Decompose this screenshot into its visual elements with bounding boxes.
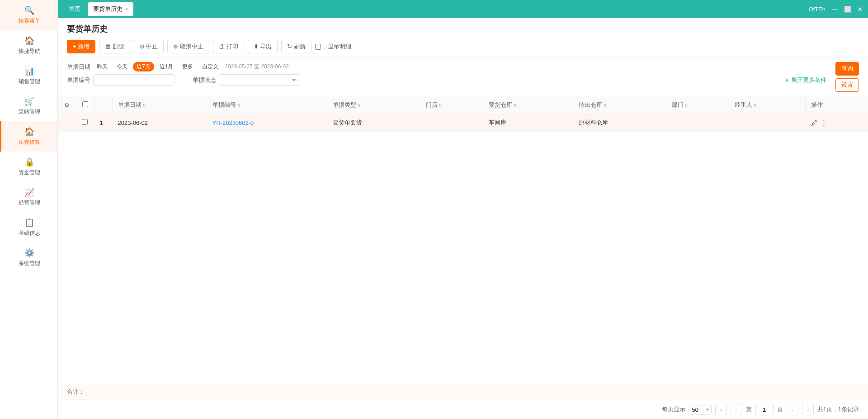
close-btn[interactable]: ✕ — [858, 6, 863, 13]
table-area: ⚙ 单据日期⇅ 单据编号⇅ 单据类型⇅ 门店⇅ 要货仓库⇅ 待出仓库⇅ 部门⇅ … — [58, 96, 868, 384]
basic-icon: 📋 — [24, 218, 34, 228]
sidebar-item-label: 库存核算 — [19, 138, 40, 146]
td-settings — [58, 114, 76, 132]
expand-more-btn[interactable]: ∨ 展开更多条件 — [785, 76, 826, 84]
toolbar: + 新增 🗑 删除 ⊘ 中止 ⊗ 取消中止 🖨 打印 ⬆ 导出 ↻ 刷新 □ 显… — [67, 40, 859, 57]
doc-no-label: 单据编号 — [67, 76, 90, 84]
date-btn-custom[interactable]: 自定义 — [198, 62, 222, 71]
filter-left: 单据日期 昨天 今天 近7天 近1月 更多 自定义 2023-05-27 至 2… — [67, 62, 826, 86]
th-req-warehouse: 要货仓库⇅ — [483, 96, 573, 114]
stop-button[interactable]: ⊘ 中止 — [134, 40, 164, 53]
edit-icon[interactable]: 🖊 — [811, 119, 818, 127]
page-input[interactable] — [755, 404, 774, 415]
finance-icon: 🔒 — [24, 157, 34, 167]
sidebar-item-sales[interactable]: 📊 销售管理 — [0, 61, 57, 91]
sidebar-item-system[interactable]: ⚙️ 系统管理 — [0, 243, 57, 273]
table-header-row: ⚙ 单据日期⇅ 单据编号⇅ 单据类型⇅ 门店⇅ 要货仓库⇅ 待出仓库⇅ 部门⇅ … — [58, 96, 868, 114]
last-page-btn[interactable]: » — [802, 404, 814, 415]
sidebar-item-search[interactable]: 🔍 搜索菜单 — [0, 0, 57, 30]
select-all-checkbox[interactable] — [82, 101, 88, 107]
prev-page-btn[interactable]: ‹ — [731, 404, 742, 415]
td-num: 1 — [94, 114, 112, 132]
filter-area: 单据日期 昨天 今天 近7天 近1月 更多 自定义 2023-05-27 至 2… — [58, 57, 868, 96]
show-detail-toggle[interactable]: □ 显示明细 — [315, 43, 351, 51]
sidebar-item-finance[interactable]: 🔒 资金管理 — [0, 152, 57, 182]
date-btn-yesterday[interactable]: 昨天 — [93, 62, 111, 71]
tab-history-label: 要货单历史 — [93, 5, 123, 13]
cancel-stop-button[interactable]: ⊗ 取消中止 — [167, 40, 209, 53]
sidebar-item-purchase[interactable]: 🛒 采购管理 — [0, 91, 57, 121]
sidebar-item-operation[interactable]: 📈 经营管理 — [0, 182, 57, 212]
settings-button[interactable]: 设置 — [835, 78, 859, 92]
status-select[interactable] — [219, 74, 300, 86]
th-shop: 门店⇅ — [420, 96, 483, 114]
show-detail-checkbox[interactable] — [315, 44, 321, 50]
inventory-icon: 🏠 — [24, 127, 34, 137]
th-doc-type: 单据类型⇅ — [327, 96, 420, 114]
tab-home[interactable]: 首页 — [63, 2, 86, 16]
td-doc-type: 要货单要货 — [327, 114, 420, 132]
th-date: 单据日期⇅ — [112, 96, 207, 114]
system-icon: ⚙️ — [24, 248, 34, 258]
per-page-label: 每页显示 — [662, 405, 685, 414]
page-header: 要货单历史 + 新增 🗑 删除 ⊘ 中止 ⊗ 取消中止 🖨 打印 ⬆ 导出 ↻ … — [58, 18, 868, 57]
table-body: 1 2023-06-02 YH-20230602-0 要货单要货 车间库 原材料… — [58, 114, 868, 132]
tab-home-label: 首页 — [69, 5, 80, 13]
pagination-bar: 每页显示 50 100 200 « ‹ 第 页 › » 共1页，1条记录 — [58, 400, 868, 419]
purchase-icon: 🛒 — [24, 96, 34, 106]
sidebar-item-label: 搜索菜单 — [19, 17, 40, 25]
refresh-button[interactable]: ↻ 刷新 — [281, 40, 311, 53]
sidebar-item-label: 资金管理 — [19, 169, 40, 176]
query-buttons: 查询 设置 — [835, 62, 859, 92]
per-page-select[interactable]: 50 100 200 — [689, 405, 712, 414]
sidebar-item-inventory[interactable]: 🏠 库存核算 — [0, 121, 57, 152]
page-suffix-label: 页 — [777, 405, 783, 414]
operation-icon: 📈 — [24, 187, 34, 197]
minimize-btn[interactable]: — — [832, 6, 838, 13]
export-button[interactable]: ⬆ 导出 — [248, 40, 278, 53]
td-department — [666, 114, 729, 132]
query-button[interactable]: 查询 — [835, 62, 859, 76]
date-filter-group: 单据日期 昨天 今天 近7天 近1月 更多 自定义 2023-05-27 至 2… — [67, 62, 826, 71]
th-settings[interactable]: ⚙ — [58, 96, 76, 114]
page-title: 要货单历史 — [67, 24, 859, 34]
data-table: ⚙ 单据日期⇅ 单据编号⇅ 单据类型⇅ 门店⇅ 要货仓库⇅ 待出仓库⇅ 部门⇅ … — [58, 96, 868, 132]
expand-more-label: 展开更多条件 — [791, 76, 826, 84]
topbar-right: OfTEn — ⬜ ✕ — [808, 6, 863, 13]
print-button[interactable]: 🖨 打印 — [213, 40, 244, 53]
row-checkbox[interactable] — [82, 119, 88, 125]
doc-no-input[interactable] — [93, 74, 175, 86]
date-btn-more[interactable]: 更多 — [179, 62, 197, 71]
date-buttons: 昨天 今天 近7天 近1月 更多 自定义 — [93, 62, 222, 71]
filter-row2: 单据编号 单据状态 ∨ 展开更多条件 — [67, 74, 826, 86]
maximize-btn[interactable]: ⬜ — [844, 6, 851, 13]
delete-button[interactable]: 🗑 删除 — [99, 40, 130, 53]
doc-no-link[interactable]: YH-20230602-0 — [212, 119, 254, 126]
th-handler: 经手人⇅ — [729, 96, 806, 114]
th-num — [94, 96, 112, 114]
date-btn-last7[interactable]: 近7天 — [133, 62, 154, 71]
page-prefix-label: 第 — [746, 405, 752, 414]
table-row: 1 2023-06-02 YH-20230602-0 要货单要货 车间库 原材料… — [58, 114, 868, 132]
td-doc-no: YH-20230602-0 — [207, 114, 327, 132]
date-btn-last1m[interactable]: 近1月 — [156, 62, 177, 71]
sidebar-item-basic[interactable]: 📋 基础信息 — [0, 212, 57, 243]
tab-history[interactable]: 要货单历史 × — [88, 2, 133, 16]
td-req-warehouse: 车间库 — [483, 114, 573, 132]
next-page-btn[interactable]: › — [787, 404, 798, 415]
sidebar: 🔍 搜索菜单🏠 快捷导航📊 销售管理🛒 采购管理🏠 库存核算🔒 资金管理📈 经营… — [0, 0, 58, 419]
status-filter-group: 单据状态 — [193, 74, 300, 86]
sidebar-item-label: 基础信息 — [19, 229, 40, 237]
sidebar-item-quick[interactable]: 🏠 快捷导航 — [0, 30, 57, 61]
chevron-down-icon: ∨ — [785, 76, 789, 83]
summary-label: 合计： — [67, 388, 85, 395]
date-btn-today[interactable]: 今天 — [113, 62, 131, 71]
total-info: 共1页，1条记录 — [817, 405, 859, 414]
td-date: 2023-06-02 — [112, 114, 207, 132]
new-button[interactable]: + 新增 — [67, 40, 95, 53]
first-page-btn[interactable]: « — [715, 404, 727, 415]
tab-close-icon[interactable]: × — [125, 6, 128, 12]
more-icon[interactable]: ⋮ — [821, 119, 827, 127]
brand-label: OfTEn — [808, 6, 826, 13]
sidebar-item-label: 系统管理 — [19, 260, 40, 267]
